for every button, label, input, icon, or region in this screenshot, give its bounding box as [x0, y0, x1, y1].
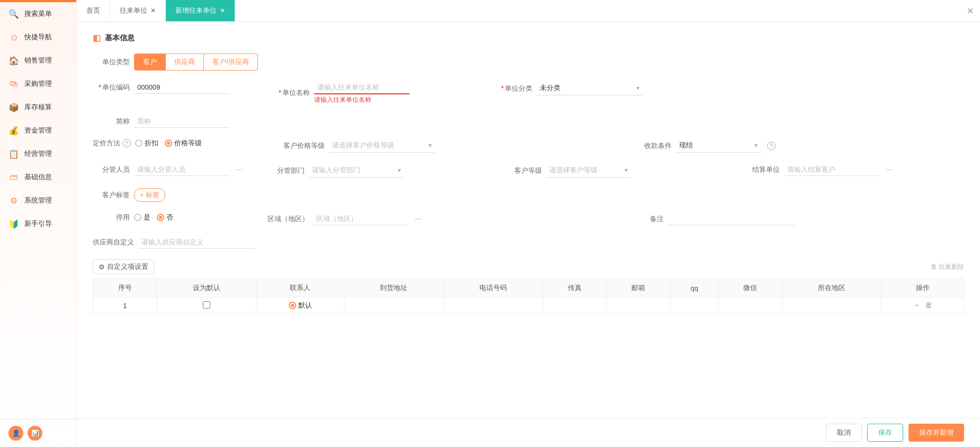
sidebar-item-system[interactable]: ⚙ 系统管理	[0, 189, 76, 212]
customer-tag-row: 客户标签 + 标签	[93, 188, 964, 202]
unit-category-value: 未分类	[540, 83, 634, 93]
radio-disabled-no[interactable]: 否	[157, 213, 173, 222]
radio-discount[interactable]: 折扣	[135, 138, 158, 148]
unit-name-label: *单位名称	[273, 88, 310, 98]
short-name-label: 简称	[93, 117, 130, 126]
quicknav-icon: ⊙	[8, 32, 19, 42]
customer-price-level-select[interactable]: 请选择客户价格等级 ▾	[329, 138, 435, 153]
customer-level-select[interactable]: 请选择客户等级 ▾	[546, 163, 631, 178]
short-name-row: 简称	[93, 115, 964, 128]
footer-bar: 取消 保存 保存并新增	[77, 418, 980, 447]
payment-terms-select[interactable]: 现结 ▾	[676, 138, 761, 153]
cell-fax	[607, 297, 671, 314]
customer-level-field: 客户等级 请选择客户等级 ▾	[505, 163, 726, 178]
unit-code-input[interactable]	[134, 81, 229, 94]
tab-new-contact[interactable]: 新增往来单位 ✕	[166, 0, 235, 21]
col-email: 邮箱	[607, 279, 671, 297]
tag-add-button[interactable]: + 标签	[134, 188, 165, 202]
row-delete-icon[interactable]: 🗑	[925, 301, 932, 309]
customer-level-arrow: ▾	[625, 166, 628, 174]
manager-field: 分管人员 ···	[93, 163, 257, 176]
btn-customer[interactable]: 客户	[134, 54, 166, 71]
customer-price-level-arrow: ▾	[429, 142, 432, 149]
sidebar-item-guide[interactable]: 🔰 新手引导	[0, 212, 76, 235]
tab-home[interactable]: 首页	[77, 0, 110, 21]
sidebar: 🔍 搜索菜单 ⊙ 快捷导航 🏠 销售管理 🛍 采购管理 📦 库存核算 💰 资金管…	[0, 0, 77, 447]
basicinfo-icon: 🗃	[8, 172, 19, 182]
sidebar-item-finance[interactable]: 💰 资金管理	[0, 119, 76, 142]
unit-category-arrow: ▾	[636, 84, 639, 92]
sidebar-item-basicinfo[interactable]: 🗃 基础信息	[0, 165, 76, 189]
col-contact: 联系人	[256, 279, 344, 297]
radio-discount-label: 折扣	[145, 138, 158, 148]
region-input[interactable]	[313, 213, 408, 225]
cell-address	[443, 297, 542, 314]
sidebar-item-search[interactable]: 🔍 搜索菜单	[0, 2, 76, 25]
cell-wechat	[782, 297, 881, 314]
cancel-button[interactable]: 取消	[826, 424, 862, 442]
disabled-row: 停用 是 否 区域（地区） ···	[93, 213, 964, 225]
department-select[interactable]: 请输入分管部门 ▾	[309, 163, 404, 178]
default-checkbox[interactable]	[203, 301, 210, 309]
custom-settings-button[interactable]: ⚙ 自定义项设置	[93, 259, 154, 274]
sidebar-item-purchase[interactable]: 🛍 采购管理	[0, 72, 76, 95]
short-name-input[interactable]	[134, 115, 229, 128]
payment-terms-label: 收款条件	[635, 141, 672, 151]
tab-contacts-close[interactable]: ✕	[150, 7, 156, 14]
payment-terms-help-icon[interactable]: ?	[767, 142, 776, 150]
col-address: 到货地址	[344, 279, 443, 297]
section-title-text: 基本信息	[105, 33, 135, 43]
radio-default-circle	[289, 302, 296, 309]
radio-disabled-yes-circle	[134, 214, 141, 221]
tab-contacts[interactable]: 往来单位 ✕	[110, 0, 166, 21]
department-label: 分管部门	[268, 166, 305, 176]
table-header: 序号 设为默认 联系人 到货地址 电话号码 传真 邮箱 qq 微信 所在地区 操…	[93, 279, 964, 297]
supplier-custom-input[interactable]	[138, 236, 255, 249]
settlement-unit-more-btn[interactable]: ···	[884, 165, 895, 174]
unit-category-select[interactable]: 未分类 ▾	[537, 81, 643, 95]
radio-default[interactable]: 默认	[262, 301, 339, 310]
form-content: ◧ 基本信息 单位类型 客户 供应商 客户/供应商 *单位编码	[77, 22, 980, 418]
row-add-icon[interactable]: ＋	[913, 301, 921, 309]
sidebar-item-sales[interactable]: 🏠 销售管理	[0, 49, 76, 72]
table-toolbar: ⚙ 自定义项设置 🗑 批量删除	[93, 259, 964, 274]
cell-contact	[344, 297, 443, 314]
operations-icon: 📋	[8, 148, 19, 159]
search-icon: 🔍	[8, 8, 19, 19]
sidebar-item-operations[interactable]: 📋 经营管理	[0, 142, 76, 165]
cell-qq	[718, 297, 782, 314]
settlement-unit-input[interactable]	[784, 163, 879, 176]
sidebar-item-quicknav[interactable]: ⊙ 快捷导航	[0, 25, 76, 49]
btn-supplier[interactable]: 供应商	[166, 54, 204, 71]
sidebar-item-basicinfo-label: 基础信息	[24, 172, 52, 182]
table-row: 1 默认	[93, 297, 964, 314]
tab-new-contact-close[interactable]: ✕	[220, 7, 225, 14]
remark-input[interactable]	[668, 213, 795, 225]
radio-disabled-yes[interactable]: 是	[134, 213, 150, 222]
sidebar-item-inventory[interactable]: 📦 库存核算	[0, 95, 76, 119]
user-avatar[interactable]: 👤	[8, 426, 23, 441]
save-new-button[interactable]: 保存并新增	[908, 424, 964, 442]
main-area: 首页 往来单位 ✕ 新增往来单位 ✕ ✕ ◧ 基本信息 单位类型 客户 供应商 …	[77, 0, 980, 447]
save-button[interactable]: 保存	[867, 424, 903, 442]
col-fax: 传真	[542, 279, 607, 297]
radio-disabled-no-circle	[157, 214, 164, 221]
unit-name-wrap: 请输入往来单位名称	[314, 81, 409, 104]
pricing-help-icon[interactable]: ?	[122, 139, 131, 147]
btn-both[interactable]: 客户/供应商	[204, 54, 258, 71]
manager-input[interactable]	[134, 163, 229, 176]
batch-delete-button[interactable]: 🗑 批量删除	[931, 262, 964, 271]
customer-tag-field: 客户标签 + 标签	[93, 188, 964, 202]
sidebar-item-inventory-label: 库存核算	[24, 102, 52, 112]
region-label: 区域（地区）	[268, 214, 309, 224]
window-close-button[interactable]: ✕	[967, 6, 974, 16]
radio-price-level[interactable]: 价格等级	[165, 138, 202, 148]
stats-icon[interactable]: 📊	[28, 426, 42, 441]
manager-more-btn[interactable]: ···	[234, 165, 245, 174]
unit-name-input[interactable]	[314, 81, 409, 94]
cell-default-radio: 默认	[256, 297, 344, 314]
remark-field: 备注	[627, 213, 965, 225]
guide-icon: 🔰	[8, 218, 19, 229]
region-more-btn[interactable]: ···	[413, 214, 424, 224]
tab-new-contact-label: 新增往来单位	[175, 6, 217, 15]
